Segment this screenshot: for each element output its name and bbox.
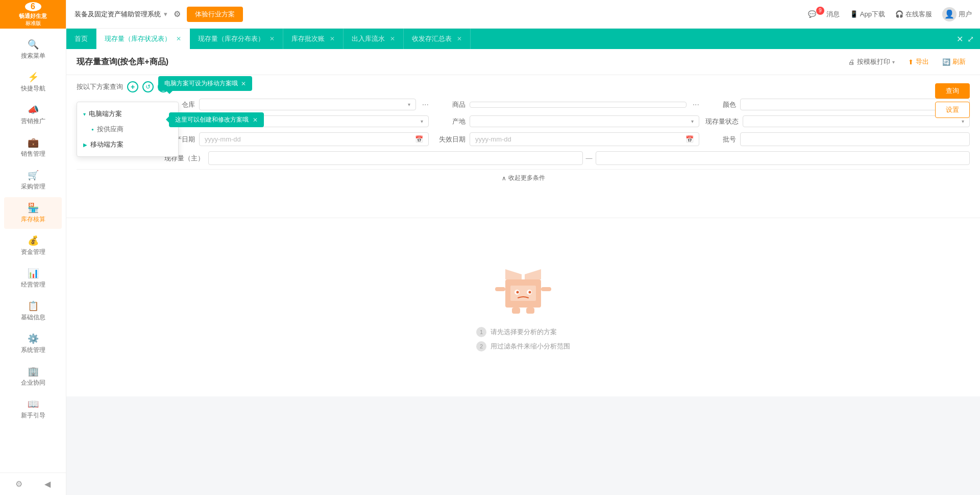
refresh-btn[interactable]: 🔄 刷新 [938, 55, 970, 68]
close-all-tabs-icon[interactable]: ✕ [957, 34, 963, 44]
exp-date-label: 失效日期 [435, 135, 465, 144]
search-icon: 🔍 [28, 39, 39, 50]
goods-input[interactable] [470, 102, 687, 108]
filter-field-inv-status: 现存量状态 ▾ [705, 115, 970, 127]
sidebar-item-marketing[interactable]: 📣 营销推广 [4, 99, 62, 131]
filter-rows: 仓库 ▾ ··· 商品 ··· 颜色 [77, 99, 970, 165]
sidebar-item-search[interactable]: 🔍 搜索菜单 [4, 34, 62, 65]
tab-home[interactable]: 首页 [66, 29, 96, 49]
warehouse-select[interactable]: ▾ [199, 99, 416, 110]
sidebar-menu: 🔍 搜索菜单 ⚡ 快捷导航 📣 营销推广 💼 销售管理 🛒 采购管理 🏪 库存核… [0, 29, 66, 473]
logo-sub: 标准版 [26, 20, 41, 27]
scheme-panel: ▾ 电脑端方案 ● 按供应商 ▶ 移动端方案 这里可以创建和修改方案哦 ✕ [77, 102, 179, 157]
collapse-row[interactable]: ∧ 收起更多条件 [77, 169, 970, 186]
export-btn[interactable]: ⬆ 导出 [904, 55, 933, 68]
filter-field-batch: 批号 [705, 132, 970, 146]
gear-icon: ⚙️ [28, 333, 39, 344]
tab-close-inventory-status[interactable]: ✕ [176, 35, 181, 42]
tab-inventory-status[interactable]: 现存量（库存状况表） ✕ [96, 29, 190, 49]
tab-receipt-summary[interactable]: 收发存汇总表 ✕ [404, 29, 471, 49]
svg-point-5 [529, 291, 531, 294]
filter-field-warehouse: 仓库 ▾ ··· [164, 99, 429, 110]
arrow-down-icon: ▾ [83, 111, 86, 117]
header-gear-icon[interactable]: ⚙ [174, 9, 181, 19]
chart-icon: 📊 [28, 268, 39, 279]
scheme-tooltip-close[interactable]: ✕ [241, 80, 246, 87]
tab-close-batch-ledger[interactable]: ✕ [330, 35, 335, 42]
query-btn[interactable]: 查询 [935, 83, 970, 99]
template-print-btn[interactable]: 🖨 按模板打印 ▾ [844, 55, 899, 68]
filter-row-4: 现存量（主） — [77, 151, 970, 165]
user-btn[interactable]: 👤 用户 [942, 7, 972, 21]
sidebar-item-operations[interactable]: 📊 经营管理 [4, 263, 62, 294]
origin-select[interactable]: ▾ [470, 115, 699, 127]
scheme-item-desktop-child[interactable]: ● 按供应商 [77, 122, 178, 137]
app-download-btn[interactable]: 📱 App下载 [850, 10, 885, 19]
sidebar-item-sales[interactable]: 💼 销售管理 [4, 132, 62, 163]
sidebar-item-finance[interactable]: 💰 资金管理 [4, 230, 62, 262]
messages-btn[interactable]: 💬 9 消息 [808, 10, 840, 19]
filter-field-origin: 产地 ▾ [435, 115, 699, 127]
trial-btn[interactable]: 体验行业方案 [187, 7, 243, 22]
svg-rect-7 [541, 287, 551, 291]
sidebar-settings-icon[interactable]: ⚙ [15, 479, 22, 489]
megaphone-icon: 📣 [28, 104, 39, 115]
avatar: 👤 [942, 7, 957, 21]
message-badge: 9 [816, 7, 824, 15]
svg-rect-6 [495, 287, 505, 291]
lightning-icon: ⚡ [28, 72, 39, 83]
empty-state: 1 请先选择要分析的方案 2 用过滤条件来缩小分析范围 [66, 218, 980, 396]
svg-rect-8 [512, 308, 520, 314]
exp-date-input[interactable]: yyyy-mm-dd 📅 [470, 132, 699, 146]
scheme-tooltip2-close[interactable]: ✕ [253, 116, 258, 124]
print-icon: 🖨 [848, 58, 855, 66]
batch-input[interactable] [740, 132, 970, 146]
sidebar-collapse-icon[interactable]: ◀ [44, 479, 51, 489]
sidebar-label-guide: 新手引导 [21, 411, 45, 420]
tab-close-in-out-flow[interactable]: ✕ [390, 35, 395, 42]
sidebar-item-system[interactable]: ⚙️ 系统管理 [4, 328, 62, 360]
scheme-item-mobile[interactable]: ▶ 移动端方案 [77, 137, 178, 152]
headset-icon: 🎧 [895, 10, 903, 18]
inv-qty-to[interactable] [596, 151, 970, 165]
warehouse-dots-icon[interactable]: ··· [422, 100, 429, 109]
tab-inventory-dist[interactable]: 现存量（库存分布表） ✕ [190, 29, 283, 49]
tab-in-out-flow[interactable]: 出入库流水 ✕ [344, 29, 404, 49]
sidebar-item-enterprise[interactable]: 🏢 企业协同 [4, 361, 62, 392]
scheme-item-desktop[interactable]: ▾ 电脑端方案 [77, 106, 178, 122]
online-support-btn[interactable]: 🎧 在线客服 [895, 10, 932, 19]
setting-btn[interactable]: 设置 [935, 102, 970, 118]
filter-add-btn[interactable]: + [127, 81, 138, 92]
origin-label: 产地 [435, 117, 465, 126]
size-chevron-icon: ▾ [421, 119, 423, 124]
filter-refresh-btn[interactable]: ↺ [142, 81, 154, 92]
svg-rect-9 [526, 308, 534, 314]
sidebar-label-finance: 资金管理 [21, 248, 45, 256]
sidebar-item-quick-nav[interactable]: ⚡ 快捷导航 [4, 66, 62, 98]
tab-close-receipt-summary[interactable]: ✕ [457, 35, 462, 42]
sidebar-item-purchase[interactable]: 🛒 采购管理 [4, 164, 62, 196]
system-dropdown-icon[interactable]: ▾ [164, 10, 167, 18]
refresh-icon: 🔄 [942, 58, 950, 66]
inv-qty-range: — [208, 151, 970, 165]
sidebar-label-basic: 基础信息 [21, 313, 45, 322]
step-num-2: 2 [476, 341, 486, 351]
tab-close-inventory-dist[interactable]: ✕ [270, 35, 275, 42]
prod-date-input[interactable]: yyyy-mm-dd 📅 [199, 132, 429, 146]
sidebar-item-guide[interactable]: 📖 新手引导 [4, 393, 62, 425]
filter-area: 按以下方案查询 + ↺ ← 电脑方案可设为移动方案哦 ✕ ▾ 电脑端方案 ● [66, 75, 980, 218]
inv-qty-from[interactable] [208, 151, 583, 165]
goods-dots-icon[interactable]: ··· [693, 100, 699, 109]
collapse-icon: ∧ [502, 175, 506, 182]
print-chevron: ▾ [892, 59, 895, 65]
filter-row-1: 仓库 ▾ ··· 商品 ··· 颜色 [77, 99, 970, 110]
fullscreen-icon[interactable]: ⤢ [967, 34, 974, 44]
sidebar-item-inventory[interactable]: 🏪 库存核算 [4, 197, 62, 229]
tabbar-actions: ✕ ⤢ [957, 34, 980, 44]
sidebar-label-search: 搜索菜单 [21, 52, 45, 60]
page-actions: 🖨 按模板打印 ▾ ⬆ 导出 🔄 刷新 [844, 55, 970, 68]
sidebar-item-basic[interactable]: 📋 基础信息 [4, 295, 62, 327]
tab-batch-ledger[interactable]: 库存批次账 ✕ [283, 29, 344, 49]
scheme-tooltip2-popup: 这里可以创建和修改方案哦 ✕ [169, 112, 264, 127]
money-icon: 💰 [28, 235, 39, 246]
